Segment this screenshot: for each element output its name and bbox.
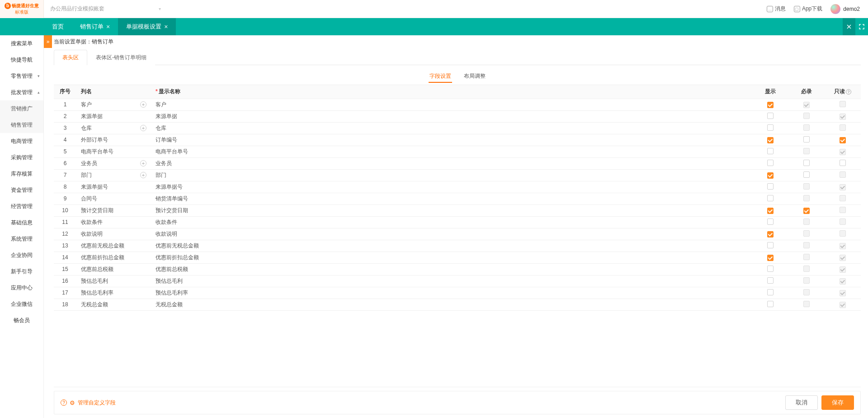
expand-add-button[interactable]: + [140, 160, 146, 166]
config-sub-tab[interactable]: 字段设置 [429, 71, 452, 83]
area-tab[interactable]: 表头区 [54, 50, 87, 65]
cell-display-name[interactable]: 销货清单编号 [151, 193, 752, 204]
checkbox-show[interactable] [767, 148, 774, 154]
cell-required [788, 263, 825, 275]
checkbox-show[interactable] [767, 231, 774, 238]
sidebar-item[interactable]: 企业协同 [0, 247, 43, 263]
sidebar-item[interactable]: 基础信息 [0, 214, 43, 231]
sidebar-item[interactable]: 零售管理▾ [0, 68, 43, 84]
checkbox-show[interactable] [767, 301, 774, 307]
sidebar-item[interactable]: 营销推广 [0, 100, 43, 117]
checkbox-show[interactable] [767, 113, 774, 119]
checkbox-show[interactable] [767, 137, 774, 143]
company-selector[interactable]: 办公用品行业模拟账套 ▾ [50, 5, 161, 13]
checkbox-readonly [840, 184, 846, 190]
sidebar-item[interactable]: 经营管理 [0, 198, 43, 214]
sidebar-item[interactable]: 畅会员 [0, 312, 43, 328]
cell-display-name[interactable]: 收款条件 [151, 216, 752, 228]
sidebar-item-label: 应用中心 [11, 284, 33, 292]
area-tab[interactable]: 表体区-销售订单明细 [87, 50, 155, 65]
messages-button[interactable]: … 消息 [767, 5, 786, 13]
checkbox-show[interactable] [767, 160, 774, 166]
checkbox-show[interactable] [767, 124, 774, 131]
cell-display-name[interactable]: 优惠前折扣总金额 [151, 252, 752, 263]
manage-custom-fields-link[interactable]: ? ⚙ 管理自定义字段 [61, 399, 116, 407]
checkbox-show[interactable] [767, 183, 774, 190]
checkbox-show[interactable] [767, 195, 774, 201]
sidebar-item[interactable]: 快捷导航 [0, 52, 43, 68]
checkbox-show[interactable] [767, 172, 774, 179]
cell-display-name[interactable]: 业务员 [151, 157, 752, 169]
sidebar-item[interactable]: 系统管理 [0, 231, 43, 247]
cell-required [788, 157, 825, 169]
cancel-button[interactable]: 取消 [785, 395, 818, 410]
expand-add-button[interactable]: + [140, 125, 146, 131]
sidebar-item[interactable]: 库存核算 [0, 166, 43, 182]
close-icon[interactable]: × [164, 23, 168, 30]
expand-add-button[interactable]: + [140, 101, 146, 108]
close-icon[interactable]: × [106, 23, 110, 30]
checkbox-show[interactable] [767, 242, 774, 248]
cell-show [752, 193, 788, 204]
fields-table-wrap[interactable]: 序号 列名 *显示名称 显示 必录 只读? 1客户+客户2来源单据来源单据3仓库… [54, 85, 861, 387]
sidebar-item[interactable]: 批发管理▴ [0, 84, 43, 100]
cell-display-name[interactable]: 优惠前无税总金额 [151, 240, 752, 252]
main-tab[interactable]: 销售订单× [72, 18, 118, 35]
cell-display-name[interactable]: 来源单据 [151, 110, 752, 122]
sidebar-item[interactable]: 销售管理 [0, 117, 43, 133]
config-sub-tab[interactable]: 布局调整 [463, 71, 486, 83]
sidebar-item[interactable]: 新手引导 [0, 263, 43, 280]
cell-display-name[interactable]: 无税总金额 [151, 299, 752, 310]
sidebar-item[interactable]: 搜索菜单 [0, 35, 43, 52]
cell-display-name[interactable]: 预估总毛利率 [151, 287, 752, 299]
config-sub-tabs: 字段设置布局调整 [54, 65, 861, 85]
checkbox-required[interactable] [803, 208, 810, 214]
fullscreen-button[interactable] [855, 18, 868, 35]
checkbox-show[interactable] [767, 266, 774, 272]
cell-display-name[interactable]: 仓库 [151, 122, 752, 134]
expand-add-button[interactable]: + [140, 172, 146, 178]
cell-display-name[interactable]: 收款说明 [151, 228, 752, 240]
cell-display-name[interactable]: 来源单据号 [151, 181, 752, 193]
checkbox-readonly [840, 278, 846, 285]
cell-required [788, 228, 825, 240]
sidebar-item[interactable]: 资金管理 [0, 182, 43, 198]
help-icon[interactable]: ? [846, 89, 851, 95]
sidebar-item-label: 系统管理 [11, 235, 33, 243]
sidebar-item[interactable]: 电商管理 [0, 133, 43, 149]
gear-icon: ⚙ [70, 399, 75, 406]
cell-display-name[interactable]: 电商平台单号 [151, 146, 752, 157]
sidebar-item-label: 零售管理 [11, 72, 33, 80]
sidebar-item-label: 库存核算 [11, 170, 33, 178]
main-tab[interactable]: 单据模板设置× [118, 18, 176, 35]
checkbox-readonly[interactable] [840, 137, 846, 143]
cell-display-name[interactable]: 预计交货日期 [151, 204, 752, 216]
checkbox-required[interactable] [803, 136, 810, 142]
sidebar-item[interactable]: 应用中心 [0, 280, 43, 296]
cell-display-name[interactable]: 优惠前总税额 [151, 263, 752, 275]
checkbox-show[interactable] [767, 289, 774, 295]
checkbox-show[interactable] [767, 208, 774, 214]
checkbox-readonly [840, 124, 846, 131]
save-button[interactable]: 保存 [821, 395, 854, 410]
sidebar-item[interactable]: 采购管理 [0, 149, 43, 166]
cell-display-name[interactable]: 客户 [151, 99, 752, 110]
close-all-tabs-button[interactable] [843, 18, 855, 35]
checkbox-required[interactable] [803, 160, 810, 166]
user-menu[interactable]: demo2 [830, 4, 860, 14]
checkbox-required[interactable] [803, 171, 810, 178]
checkbox-show[interactable] [767, 255, 774, 261]
sidebar-item[interactable]: 企业微信 [0, 296, 43, 312]
main-tab[interactable]: 首页 [44, 18, 72, 35]
cell-index: 18 [54, 299, 76, 310]
checkbox-show[interactable] [767, 102, 774, 108]
checkbox-readonly[interactable] [840, 160, 846, 166]
cell-display-name[interactable]: 部门 [151, 169, 752, 181]
cell-display-name[interactable]: 预估总毛利 [151, 275, 752, 287]
context-collapse-button[interactable]: » [44, 35, 52, 48]
cell-display-name[interactable]: 订单编号 [151, 134, 752, 146]
checkbox-show[interactable] [767, 277, 774, 284]
app-download-button[interactable]: ▢ App下载 [794, 5, 822, 13]
checkbox-required [803, 301, 810, 307]
checkbox-show[interactable] [767, 218, 774, 225]
